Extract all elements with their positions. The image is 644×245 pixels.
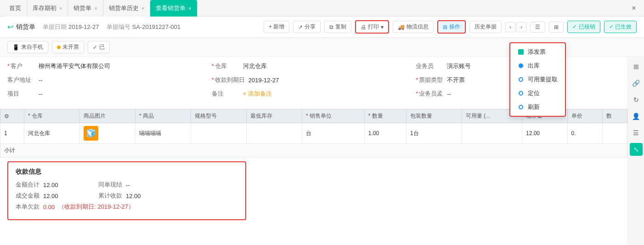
right-panel-btn-expand[interactable]: ⤡ (630, 143, 643, 156)
window-close-button[interactable]: × (627, 2, 640, 15)
tab-sales-order-close[interactable]: × (94, 6, 97, 11)
from-phone-button[interactable]: 📱 来自手机 (7, 41, 48, 53)
print-button[interactable]: 🖨 打印 ▾ (355, 20, 389, 34)
tab-sales-history[interactable]: 销货单历史 × (103, 0, 150, 17)
col-image: 商品图片 (80, 109, 136, 123)
right-panel: ⊞ 🔗 ↻ 👤 ☰ ⤡ (627, 57, 644, 245)
cumulative-received-value: 12.00 (126, 193, 141, 199)
doc-date-label: 单据日期 (43, 23, 67, 31)
same-order-settlement-label: 同单现结 (98, 181, 122, 189)
operations-button-label: 操作 (449, 23, 460, 31)
tab-home[interactable]: 首页 (4, 0, 27, 17)
history-button[interactable]: 历史单据 (469, 21, 502, 33)
check-button[interactable]: ✓ 已 (88, 41, 110, 53)
operations-icon: ⊞ (443, 24, 447, 30)
row-product: 嗝嗝嗝嗝 (136, 123, 191, 144)
row-extra (602, 123, 627, 144)
prev-arrow[interactable]: ‹ (505, 22, 515, 32)
dropdown-item-ship-out[interactable]: 出库 (510, 59, 565, 73)
right-panel-btn-list[interactable]: ☰ (630, 126, 643, 139)
warehouse-value: 河北仓库 (243, 62, 267, 70)
tab-sales-history-label: 销货单历史 (109, 4, 139, 12)
phone-icon: 📱 (12, 44, 19, 51)
warehouse-field: 仓库 河北仓库 (212, 62, 416, 70)
copy-button-label: 复制 (335, 23, 346, 31)
effective-status: ✓ 已生效 (604, 21, 637, 33)
app-container: 首页 库存期初 × 销货单 × 销货单历史 × 查看销货单 × × ↩ 销货单 (0, 0, 644, 245)
staff2-value: -- (447, 91, 451, 97)
next-arrow[interactable]: › (516, 22, 526, 32)
right-panel-btn-grid[interactable]: ⊞ (630, 60, 643, 73)
operations-button[interactable]: ⊞ 操作 (437, 20, 466, 34)
project-label: 项目 (7, 90, 35, 98)
col-unit-price: 单价 (567, 109, 602, 123)
cancelled-label: 已核销 (579, 23, 595, 30)
tab-bar-right: × (627, 2, 640, 15)
cancelled-status: ✓ 已核销 (567, 21, 600, 33)
col-min-stock: 最低库存 (246, 109, 302, 123)
share-button[interactable]: ↗ 分享 (293, 21, 321, 33)
logistics-button[interactable]: 🚚 物流信息 (393, 21, 434, 33)
col-warehouse: * 仓库 (24, 109, 80, 123)
payment-row-3: 本单欠款 0.00 （收款到期日: 2019-12-27） (16, 203, 238, 211)
transaction-amount-item: 成交金额 12.00 (16, 192, 80, 200)
tab-inventory-init[interactable]: 库存期初 × (27, 0, 68, 17)
doc-header: ↩ 销货单 单据日期 2019-12-27 单据编号 SA-20191227-0… (0, 17, 644, 38)
cancelled-icon: ✓ (572, 23, 577, 30)
tab-view-sales-close[interactable]: × (188, 6, 191, 11)
tab-sales-order-label: 销货单 (73, 4, 91, 12)
dropdown-item-available-qty[interactable]: 可用量提取 (510, 73, 565, 86)
right-panel-btn-link[interactable]: 🔗 (630, 77, 643, 90)
right-panel-btn-refresh[interactable]: ↻ (630, 93, 643, 106)
copy-button[interactable]: ⧉ 复制 (324, 21, 351, 33)
tab-sales-order[interactable]: 销货单 × (68, 0, 103, 17)
cumulative-received-label: 累计收款 (98, 192, 122, 200)
project-field: 项目 -- (7, 90, 212, 98)
transaction-amount-label: 成交金额 (16, 192, 40, 200)
cumulative-received-item: 累计收款 12.00 (98, 192, 163, 200)
doc-date-value: 2019-12-27 (68, 23, 99, 30)
toolbar: + 新增 ↗ 分享 ⧉ 复制 🖨 打印 ▾ 🚚 物流信息 ⊞ 操作 (264, 20, 637, 34)
table-row: 1 河北仓库 🧊 嗝嗝嗝嗝 台 1.00 1台 (0, 123, 627, 144)
print-dropdown-arrow[interactable]: ▾ (381, 24, 384, 30)
ship-out-label: 出库 (528, 62, 540, 70)
address-value: -- (39, 77, 43, 84)
product-image: 🧊 (84, 126, 98, 141)
col-product: * 商品 (136, 109, 191, 123)
circle-icon (519, 63, 523, 68)
dropdown-item-locate[interactable]: 定位 (510, 86, 565, 100)
dropdown-item-add-invoice[interactable]: 添发票 (510, 45, 565, 59)
view-list-button[interactable]: ☰ (530, 22, 545, 33)
row-available (462, 123, 522, 144)
col-quantity: * 数量 (364, 109, 406, 123)
right-panel-btn-user[interactable]: 👤 (630, 110, 643, 123)
customer-field: 客户 柳州粤港平安气体有限公司 (7, 62, 212, 70)
view-grid-button[interactable]: ⊞ (549, 22, 564, 33)
address-field: 客户地址 -- (7, 76, 212, 84)
not-opened-label: 未开票 (62, 43, 79, 51)
dropdown-item-refresh[interactable]: 刷新 (510, 100, 565, 114)
warehouse-label: 仓库 (212, 62, 239, 70)
not-opened-button[interactable]: 未开票 (52, 41, 84, 53)
new-button[interactable]: + 新增 (264, 21, 289, 33)
due-date-note: （收款到期日: 2019-12-27） (58, 203, 134, 211)
amount-total-value: 12.00 (43, 182, 58, 188)
tab-inventory-init-close[interactable]: × (59, 6, 62, 11)
settings-icon[interactable]: ⚙ (4, 113, 9, 120)
logistics-button-label: 物流信息 (407, 23, 429, 31)
circle-outline-icon2 (519, 91, 523, 96)
tab-inventory-init-label: 库存期初 (33, 4, 56, 12)
tab-view-sales[interactable]: 查看销货单 × (150, 0, 197, 17)
check-icon: ✓ (93, 44, 97, 51)
effective-label: 已生效 (615, 23, 632, 30)
square-icon (518, 49, 524, 55)
circle-outline-icon3 (519, 105, 523, 109)
not-opened-dot (57, 46, 61, 49)
same-order-settlement-value: -- (126, 182, 130, 188)
customer-value: 柳州粤港平安气体有限公司 (39, 62, 110, 70)
payment-row-1: 金额合计 12.00 同单现结 -- (16, 181, 238, 189)
ticket-type-label: 票据类型 (416, 76, 443, 84)
tab-sales-history-close[interactable]: × (141, 6, 144, 11)
add-note-button[interactable]: 添加备注 (243, 90, 272, 98)
history-button-label: 历史单据 (475, 23, 497, 31)
